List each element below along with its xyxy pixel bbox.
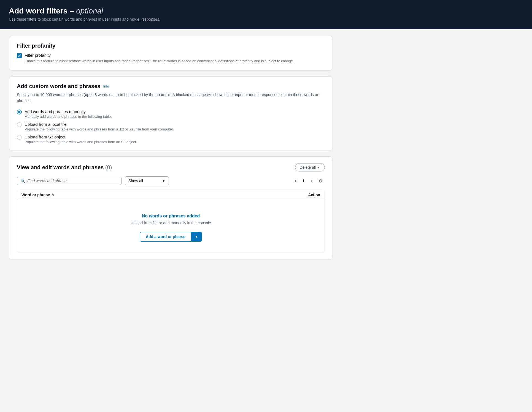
view-edit-count: (0) bbox=[105, 164, 112, 170]
radio-s3-labels: Upload from S3 object Populate the follo… bbox=[25, 135, 137, 144]
empty-state: No words or phrases added Upload from fi… bbox=[17, 200, 325, 253]
filter-profanity-label: Filter profanity bbox=[25, 53, 294, 58]
search-icon: 🔍 bbox=[20, 179, 25, 183]
search-wrapper[interactable]: 🔍 bbox=[17, 177, 121, 185]
add-word-dropdown-button[interactable]: ▼ bbox=[191, 232, 201, 241]
delete-all-caret-icon: ▼ bbox=[317, 166, 320, 169]
empty-title: No words or phrases added bbox=[142, 214, 200, 219]
view-edit-title: View and edit words and phrases (0) bbox=[17, 164, 112, 171]
delete-all-button[interactable]: Delete all ▼ bbox=[295, 163, 325, 171]
radio-local-file-labels: Upload from a local file Populate the fo… bbox=[25, 122, 174, 131]
add-word-button-group: Add a word or pharse ▼ bbox=[140, 232, 202, 242]
title-text: Add word filters – bbox=[9, 7, 74, 15]
radio-local-file-desc: Populate the following table with words … bbox=[25, 127, 174, 131]
radio-local-file: Upload from a local file Populate the fo… bbox=[17, 122, 325, 131]
edit-icon[interactable]: ✎ bbox=[52, 193, 55, 197]
word-column-label: Word or phrase bbox=[21, 193, 50, 197]
custom-words-card: Add custom words and phrases Info Specif… bbox=[9, 76, 333, 151]
search-input[interactable] bbox=[27, 179, 118, 183]
info-badge[interactable]: Info bbox=[103, 84, 109, 88]
word-column-header: Word or phrase ✎ bbox=[21, 193, 298, 197]
filter-profanity-card: Filter profanity Filter profanity Enable… bbox=[9, 36, 333, 71]
show-all-label: Show all bbox=[128, 179, 160, 183]
content-area: Filter profanity Filter profanity Enable… bbox=[0, 29, 342, 266]
action-column-header: Action bbox=[298, 193, 320, 197]
radio-manual-labels: Add words and phrases manually Manually … bbox=[25, 109, 112, 119]
view-edit-card: View and edit words and phrases (0) Dele… bbox=[9, 156, 333, 260]
radio-manual: Add words and phrases manually Manually … bbox=[17, 109, 325, 119]
custom-words-description: Specify up to 10,000 words or phrases (u… bbox=[17, 92, 325, 104]
filter-profanity-title: Filter profanity bbox=[17, 43, 325, 49]
radio-manual-label: Add words and phrases manually bbox=[25, 109, 112, 114]
radio-s3-desc: Populate the following table with words … bbox=[25, 140, 137, 144]
custom-words-title: Add custom words and phrases bbox=[17, 83, 100, 89]
custom-words-title-row: Add custom words and phrases Info bbox=[17, 83, 325, 89]
empty-subtitle: Upload from file or add manually in the … bbox=[131, 221, 211, 225]
view-edit-header: View and edit words and phrases (0) Dele… bbox=[17, 163, 325, 171]
view-edit-title-text: View and edit words and phrases bbox=[17, 164, 104, 170]
table-header: Word or phrase ✎ Action bbox=[17, 190, 325, 200]
radio-manual-desc: Manually add words and phrases to the fo… bbox=[25, 114, 112, 119]
radio-local-file-btn[interactable] bbox=[17, 122, 22, 127]
settings-button[interactable]: ⚙ bbox=[317, 177, 325, 185]
radio-group: Add words and phrases manually Manually … bbox=[17, 109, 325, 144]
radio-local-file-label: Upload from a local file bbox=[25, 122, 174, 127]
show-all-dropdown[interactable]: Show all ▼ bbox=[125, 176, 169, 185]
radio-manual-btn[interactable] bbox=[17, 110, 22, 114]
filter-profanity-row: Filter profanity Enable this feature to … bbox=[17, 53, 325, 64]
table-controls: 🔍 Show all ▼ ‹ 1 › ⚙ bbox=[17, 176, 325, 185]
add-word-caret-icon: ▼ bbox=[195, 235, 198, 239]
next-page-button[interactable]: › bbox=[307, 177, 315, 185]
page-header: Add word filters – optional Use these fi… bbox=[0, 0, 532, 29]
filter-profanity-label-group: Filter profanity Enable this feature to … bbox=[25, 53, 294, 64]
filter-profanity-description: Enable this feature to block profane wor… bbox=[25, 58, 294, 64]
page-title: Add word filters – optional bbox=[9, 7, 523, 15]
delete-all-label: Delete all bbox=[300, 165, 316, 170]
prev-page-button[interactable]: ‹ bbox=[291, 177, 299, 185]
page-subtitle: Use these filters to block certain words… bbox=[9, 17, 523, 21]
title-optional: optional bbox=[76, 7, 103, 15]
filter-profanity-checkbox[interactable] bbox=[17, 53, 22, 58]
radio-s3-label: Upload from S3 object bbox=[25, 135, 137, 139]
show-all-caret-icon: ▼ bbox=[162, 179, 165, 183]
add-word-button[interactable]: Add a word or pharse bbox=[140, 232, 191, 241]
pagination-controls: ‹ 1 › ⚙ bbox=[291, 177, 325, 185]
page-number: 1 bbox=[301, 179, 306, 183]
words-table: Word or phrase ✎ Action No words or phra… bbox=[17, 190, 325, 253]
radio-s3: Upload from S3 object Populate the follo… bbox=[17, 135, 325, 144]
radio-s3-btn[interactable] bbox=[17, 135, 22, 140]
